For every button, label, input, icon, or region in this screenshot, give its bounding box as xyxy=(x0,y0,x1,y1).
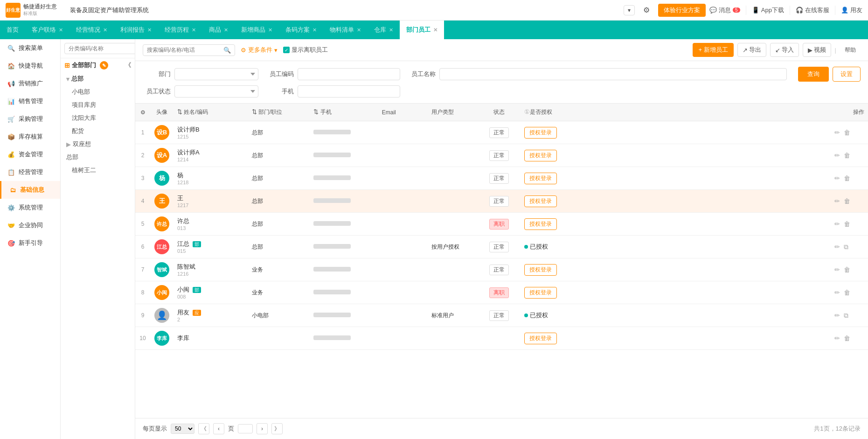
dept-item-zhishu[interactable]: 植树王二 xyxy=(61,164,135,177)
close-icon[interactable]: ✕ xyxy=(59,27,63,33)
copy-icon[interactable]: ⧉ xyxy=(844,312,848,320)
auth-btn[interactable]: 授权登录 xyxy=(524,150,557,161)
page-input[interactable]: 1 xyxy=(238,424,253,433)
sidebar-item-inventory[interactable]: 📦 库存核算 xyxy=(0,128,60,146)
help-btn[interactable]: 帮助 xyxy=(840,44,861,56)
edit-icon[interactable]: ✏ xyxy=(834,312,840,319)
dept-search-input[interactable] xyxy=(64,43,135,54)
export-btn[interactable]: ↗ 导出 xyxy=(737,43,766,57)
dept-item-project[interactable]: 项目库房 xyxy=(61,98,135,111)
auth-btn[interactable]: 授权登录 xyxy=(524,195,557,207)
dept-select[interactable] xyxy=(174,68,258,80)
sidebar-item-search[interactable]: 🔍 搜索菜单 xyxy=(0,39,60,57)
auth-btn[interactable]: 授权登录 xyxy=(524,127,557,139)
close-icon[interactable]: ✕ xyxy=(192,27,196,33)
tab-home[interactable]: 首页 xyxy=(0,21,25,39)
settings-btn[interactable]: ⚙ xyxy=(639,3,654,17)
page-size-select[interactable]: 50 20 100 xyxy=(171,424,194,434)
sidebar-item-marketing[interactable]: 📢 营销推广 xyxy=(0,75,60,92)
first-page-btn[interactable]: 《 xyxy=(198,423,209,434)
edit-icon[interactable]: ✏ xyxy=(834,266,840,273)
phone-input[interactable] xyxy=(298,85,400,98)
sidebar-item-quicknav[interactable]: 🏠 快捷导航 xyxy=(0,57,60,75)
tab-warehouse[interactable]: 仓库 ✕ xyxy=(368,21,400,39)
copy-icon[interactable]: ⧉ xyxy=(844,243,848,251)
delete-icon[interactable]: 🗑 xyxy=(844,289,850,296)
col-name-header[interactable]: ⇅ 姓名/编码 xyxy=(174,104,248,121)
col-settings[interactable]: ⚙ xyxy=(135,104,150,121)
dept-item-peihuo[interactable]: 配货 xyxy=(61,125,135,138)
set-btn[interactable]: 设置 xyxy=(833,67,861,82)
tab-add-goods[interactable]: 新增商品 ✕ xyxy=(235,21,279,39)
edit-icon[interactable]: ✏ xyxy=(834,334,840,342)
try-industry-btn[interactable]: 体验行业方案 xyxy=(658,4,706,17)
delete-icon[interactable]: 🗑 xyxy=(844,266,850,273)
message-btn[interactable]: 💬 消息 5 xyxy=(709,6,740,14)
sidebar-item-guide[interactable]: 🎯 新手引导 xyxy=(0,234,60,252)
last-page-btn[interactable]: 》 xyxy=(271,423,283,434)
edit-icon[interactable]: ✏ xyxy=(834,289,840,296)
close-icon[interactable]: ✕ xyxy=(389,27,393,33)
close-icon[interactable]: ✕ xyxy=(268,27,272,33)
add-employee-btn[interactable]: + 新增员工 xyxy=(693,43,733,57)
close-icon[interactable]: ✕ xyxy=(312,27,317,33)
tab-bom[interactable]: 物料清单 ✕ xyxy=(323,21,368,39)
close-icon[interactable]: ✕ xyxy=(147,27,152,33)
auth-btn[interactable]: 授权登录 xyxy=(524,218,557,230)
auth-btn[interactable]: 授权登录 xyxy=(524,264,557,276)
sidebar-item-system[interactable]: ⚙️ 系统管理 xyxy=(0,199,60,216)
emp-code-input[interactable] xyxy=(298,68,400,80)
query-btn[interactable]: 查询 xyxy=(798,67,829,82)
edit-icon[interactable]: ✏ xyxy=(834,243,840,251)
prev-page-btn[interactable]: ‹ xyxy=(213,423,224,434)
app-download-btn[interactable]: 📱 App下载 xyxy=(752,6,784,14)
close-icon[interactable]: ✕ xyxy=(433,27,437,33)
sidebar-item-finance[interactable]: 💰 资金管理 xyxy=(0,146,60,163)
auth-btn[interactable]: 授权登录 xyxy=(524,287,557,299)
delete-icon[interactable]: 🗑 xyxy=(844,197,850,205)
col-phone-header[interactable]: ⇅ 手机 xyxy=(310,104,378,121)
user-btn[interactable]: 👤 用友 xyxy=(841,6,862,14)
auth-btn[interactable]: 授权登录 xyxy=(524,333,557,344)
sidebar-item-collab[interactable]: 🤝 企业协同 xyxy=(0,216,60,234)
online-support-btn[interactable]: 🎧 在线客服 xyxy=(796,6,829,14)
sidebar-item-sales[interactable]: 📊 销售管理 xyxy=(0,92,60,110)
delete-icon[interactable]: 🗑 xyxy=(844,174,850,182)
show-resigned-toggle[interactable]: ✓ 显示离职员工 xyxy=(283,46,328,54)
edit-icon[interactable]: ✏ xyxy=(834,197,840,205)
delete-icon[interactable]: 🗑 xyxy=(844,220,850,228)
close-icon[interactable]: ✕ xyxy=(103,27,107,33)
dept-edit-btn[interactable]: ✎ xyxy=(100,61,108,70)
tab-employees[interactable]: 部门员工 ✕ xyxy=(400,21,444,39)
dept-item-shuangzuo[interactable]: ▶ 双座想 xyxy=(61,138,135,151)
collapse-btn[interactable]: 《 xyxy=(125,61,131,70)
dept-item-general-up[interactable]: ▾ 总部 xyxy=(61,72,135,85)
system-dropdown-btn[interactable]: ▾ xyxy=(624,5,635,15)
emp-name-input[interactable] xyxy=(439,68,787,80)
tab-history[interactable]: 经营历程 ✕ xyxy=(158,21,202,39)
edit-icon[interactable]: ✏ xyxy=(834,129,840,136)
view-btn[interactable]: ▶ 视频 xyxy=(803,43,831,57)
next-page-btn[interactable]: › xyxy=(257,423,268,434)
import-btn[interactable]: ↙ 导入 xyxy=(770,43,799,57)
tab-profit[interactable]: 利润报告 ✕ xyxy=(114,21,158,39)
edit-icon[interactable]: ✏ xyxy=(834,152,840,159)
delete-icon[interactable]: 🗑 xyxy=(844,334,850,342)
delete-icon[interactable]: 🗑 xyxy=(844,152,850,159)
sidebar-item-mgmt[interactable]: 📋 经营管理 xyxy=(0,163,60,181)
edit-icon[interactable]: ✏ xyxy=(834,174,840,182)
close-icon[interactable]: ✕ xyxy=(357,27,361,33)
tab-goods[interactable]: 商品 ✕ xyxy=(202,21,235,39)
close-icon[interactable]: ✕ xyxy=(224,27,228,33)
dept-item-xiaodibu[interactable]: 小电部 xyxy=(61,85,135,98)
tab-customer[interactable]: 客户联络 ✕ xyxy=(25,21,69,39)
emp-status-select[interactable] xyxy=(174,85,258,98)
edit-icon[interactable]: ✏ xyxy=(834,220,840,228)
dept-all-header[interactable]: ⊞ 全部部门 ✎ 《 xyxy=(61,58,135,72)
search-input[interactable] xyxy=(147,47,222,53)
auth-btn[interactable]: 授权登录 xyxy=(524,173,557,184)
delete-icon[interactable]: 🗑 xyxy=(844,129,850,136)
dept-item-shenyang[interactable]: 沈阳大库 xyxy=(61,111,135,125)
sidebar-item-basic[interactable]: 🗂 基础信息 xyxy=(0,181,60,199)
tab-barcode[interactable]: 条码方案 ✕ xyxy=(279,21,323,39)
